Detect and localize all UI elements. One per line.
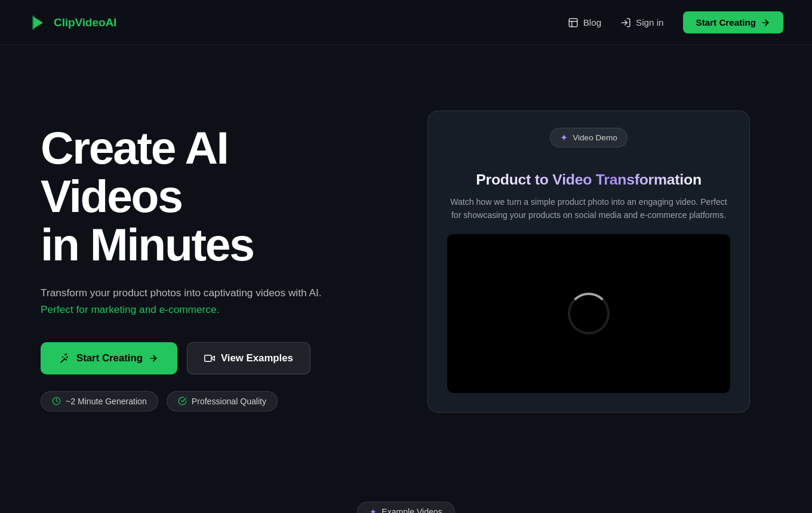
- navbar: ClipVideoAI Blog Sign in Start Creating: [0, 0, 812, 45]
- logo-link[interactable]: ClipVideoAI: [29, 13, 116, 32]
- start-creating-button[interactable]: Start Creating: [41, 342, 177, 374]
- hero-heading: Create AI Videos in Minutes: [41, 124, 382, 268]
- svg-rect-8: [205, 355, 211, 361]
- video-camera-icon: [204, 353, 215, 364]
- svg-rect-1: [569, 19, 577, 27]
- demo-card-title: Product to Video Transformation: [447, 171, 730, 188]
- hero-section: Create AI Videos in Minutes Transform yo…: [0, 0, 812, 466]
- sparkle-icon: ✦: [560, 132, 568, 143]
- quality-badge: Professional Quality: [167, 391, 278, 411]
- nav-links: Blog Sign in Start Creating: [568, 11, 783, 33]
- arrow-right-icon: [149, 354, 158, 363]
- bottom-section: ✦ Example Videos See What Our AI Can Cre…: [0, 466, 812, 513]
- arrow-right-icon: [761, 18, 770, 27]
- sparkle-icon-bottom: ✦: [370, 507, 377, 513]
- hero-left: Create AI Videos in Minutes Transform yo…: [41, 100, 406, 411]
- video-loader: [568, 293, 610, 334]
- hero-badges: ~2 Minute Generation Professional Qualit…: [41, 391, 382, 411]
- clock-icon: [52, 397, 61, 406]
- blog-icon: [568, 17, 579, 28]
- magic-wand-icon: [60, 353, 70, 364]
- svg-marker-7: [211, 356, 214, 361]
- signin-icon: [620, 17, 631, 28]
- example-videos-tag: ✦ Example Videos: [357, 502, 454, 513]
- demo-tag: ✦ Video Demo: [550, 128, 628, 148]
- svg-rect-0: [32, 16, 35, 30]
- hero-buttons: Start Creating View Examples: [41, 342, 382, 374]
- blog-link[interactable]: Blog: [568, 17, 601, 28]
- logo-icon: [29, 13, 48, 32]
- time-badge: ~2 Minute Generation: [41, 391, 158, 411]
- demo-video-player[interactable]: [447, 234, 730, 394]
- logo-text: ClipVideoAI: [54, 16, 116, 29]
- signin-link[interactable]: Sign in: [620, 17, 663, 28]
- view-examples-button[interactable]: View Examples: [187, 342, 310, 374]
- demo-card: ✦ Video Demo Product to Video Transforma…: [427, 110, 750, 413]
- hero-right: ✦ Video Demo Product to Video Transforma…: [406, 81, 771, 431]
- hero-subtext: Transform your product photos into capti…: [41, 285, 351, 318]
- check-circle-icon: [178, 397, 187, 406]
- nav-cta-button[interactable]: Start Creating: [683, 11, 783, 33]
- demo-card-description: Watch how we turn a simple product photo…: [447, 195, 730, 222]
